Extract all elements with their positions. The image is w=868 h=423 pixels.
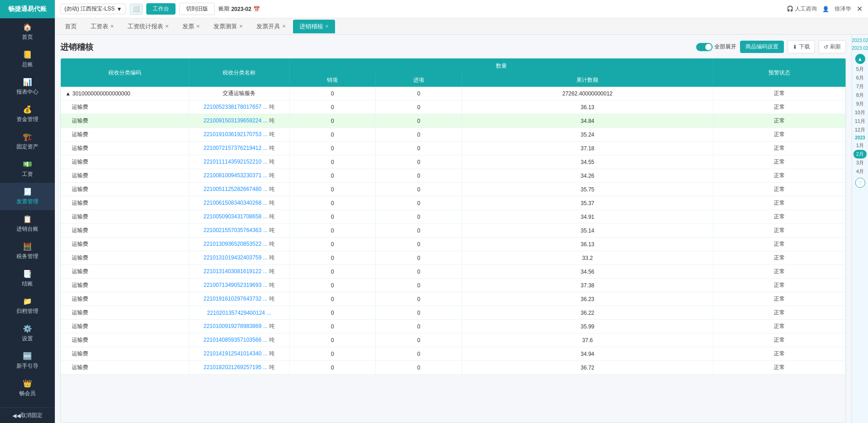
panel-month-7[interactable]: 7月 — [856, 82, 864, 91]
refresh-button[interactable]: ↺ 刷新 — [819, 40, 846, 53]
sidebar-label-fixed-assets: 固定资产 — [16, 143, 38, 151]
tab-close-salary-report[interactable]: ✕ — [165, 24, 169, 29]
row-invoice: 2210191036192170753 ... 吨 — [189, 128, 289, 142]
row-cumulative: 34.94 — [462, 347, 713, 361]
download-icon: ⬇ — [793, 44, 797, 50]
tab-invoice-calc[interactable]: 发票测算 ✕ — [207, 20, 249, 33]
row-sale: 0 — [289, 114, 376, 128]
row-sale: 0 — [289, 210, 376, 224]
panel-month-5[interactable]: 5月 — [856, 65, 864, 74]
row-code: 运输费 — [61, 320, 189, 333]
row-sale: 0 — [289, 333, 376, 347]
sidebar-item-settlement[interactable]: 📑结账 — [0, 265, 55, 292]
row-invoice: 2210131403081619122 ... 吨 — [189, 265, 289, 279]
row-cumulative: 35.99 — [462, 320, 713, 333]
row-purchase: 0 — [376, 292, 462, 306]
table-row: 运输费 2210201357429400124 ... 0 0 36.22 正常 — [61, 306, 846, 320]
tab-close-invoice[interactable]: ✕ — [196, 24, 200, 29]
row-status: 正常 — [713, 320, 845, 333]
app-logo: 畅捷通易代账 — [0, 0, 55, 18]
sidebar-item-salary[interactable]: 💵工资 — [0, 155, 55, 183]
panel-up-arrow[interactable]: ▲ — [855, 54, 865, 64]
expand-toggle[interactable] — [696, 43, 713, 51]
panel-year-2: 2023.02 — [852, 44, 868, 52]
sidebar-item-reports[interactable]: 📊报表中心 — [0, 73, 55, 100]
row-code: 运输费 — [61, 224, 189, 238]
topbar: (勿动) 江西报宝-LSS ▼ ⬜ 工作台 切到旧版 账期 2023-02 📅 … — [55, 0, 868, 18]
sidebar-item-archive[interactable]: 📁归档管理 — [0, 292, 55, 320]
tab-invoice[interactable]: 发票 ✕ — [176, 20, 206, 33]
tab-label-salary-report: 工资统计报表 — [128, 22, 163, 31]
sidebar-label-tax-mgmt: 税务管理 — [16, 253, 38, 260]
switch-version-button[interactable]: 切到旧版 — [179, 3, 215, 15]
sidebar-item-member[interactable]: 👑畅会员 — [0, 375, 55, 402]
sidebar-icon-reports: 📊 — [23, 78, 32, 86]
page-title: 进销稽核 — [60, 42, 93, 53]
panel-month-11[interactable]: 11月 — [855, 117, 865, 126]
panel-month-1[interactable]: 1月 — [856, 141, 864, 150]
tab-close-invoice-calc[interactable]: ✕ — [239, 24, 243, 29]
row-code: 运输费 — [61, 114, 189, 128]
panel-month-2[interactable]: 2月 — [853, 150, 867, 159]
company-selector[interactable]: (勿动) 江西报宝-LSS ▼ — [60, 4, 126, 14]
row-cumulative: 36.23 — [462, 292, 713, 306]
row-purchase: 0 — [376, 251, 462, 265]
tab-invoice-open[interactable]: 发票开具 ✕ — [250, 20, 292, 33]
sidebar-item-sales-desk[interactable]: 📋进销台账 — [0, 210, 55, 238]
tab-home[interactable]: 首页 — [59, 20, 83, 33]
row-status: 正常 — [713, 87, 845, 100]
unpin-button[interactable]: ◀◀ 取消固定 — [0, 407, 55, 423]
th-purchase: 进项 — [376, 74, 462, 87]
sidebar-item-fixed-assets[interactable]: 🏗️固定资产 — [0, 128, 55, 155]
panel-up-btn[interactable]: ▲ — [852, 52, 868, 65]
table-row: ▲ 3010000000000000000 交通运输服务 0 0 27262.4… — [61, 87, 846, 100]
page-area: 进销稽核 全部展开 商品编码设置 ⬇ 下载 ↺ 刷新 — [55, 35, 868, 423]
tab-close-invoice-open[interactable]: ✕ — [282, 24, 286, 29]
panel-month-6[interactable]: 6月 — [856, 74, 864, 82]
row-code: 运输费 — [61, 279, 189, 292]
row-invoice: 2210141912541014340 ... 吨 — [189, 347, 289, 361]
sidebar-item-guide[interactable]: 🆕新手引导 — [0, 347, 55, 375]
row-status: 正常 — [713, 361, 845, 375]
download-button[interactable]: ⬇ 下载 — [788, 40, 815, 53]
user-avatar: 👤 — [822, 6, 829, 12]
tab-label-home: 首页 — [65, 22, 77, 31]
sidebar-item-capital[interactable]: 💰资金管理 — [0, 100, 55, 128]
row-invoice: 2210201357429400124 ... — [189, 306, 289, 320]
row-status: 正常 — [713, 100, 845, 114]
tab-salary[interactable]: 工资表 ✕ — [84, 20, 120, 33]
tab-invoice-reconcile[interactable]: 进销稽核 ✕ — [293, 20, 335, 33]
panel-favorite-icon[interactable]: ♡ — [855, 178, 865, 188]
panel-month-4[interactable]: 4月 — [856, 167, 864, 176]
tab-close-invoice-reconcile[interactable]: ✕ — [325, 24, 329, 29]
sidebar-item-home[interactable]: 🏠首页 — [0, 18, 55, 46]
tab-close-salary[interactable]: ✕ — [110, 24, 114, 29]
panel-month-3[interactable]: 3月 — [856, 159, 864, 167]
row-cumulative: 34.26 — [462, 169, 713, 183]
settings-button[interactable]: 商品编码设置 — [740, 41, 784, 53]
sidebar-item-tax-mgmt[interactable]: 🧮税务管理 — [0, 238, 55, 265]
row-status: 正常 — [713, 333, 845, 347]
panel-month-10[interactable]: 10月 — [855, 108, 865, 117]
panel-month-8[interactable]: 8月 — [856, 91, 864, 100]
row-cumulative: 34.55 — [462, 155, 713, 169]
row-sale: 0 — [289, 224, 376, 238]
sidebar-icon-invoice-mgmt: 🧾 — [23, 187, 32, 196]
calendar-icon[interactable]: 📅 — [253, 6, 260, 12]
row-status: 正常 — [713, 238, 845, 251]
table-row: 运输费 2210131403081619122 ... 吨 0 0 34.56 … — [61, 265, 846, 279]
table-row: 运输费 2210072157376219412 ... 吨 0 0 37.18 … — [61, 142, 846, 155]
tab-salary-report[interactable]: 工资统计报表 ✕ — [121, 20, 175, 33]
workbench-button[interactable]: 工作台 — [146, 3, 176, 15]
help-button[interactable]: 🎧 人工咨询 — [787, 5, 817, 13]
sidebar-item-general-ledger[interactable]: 📒总账 — [0, 46, 55, 73]
sidebar-item-settings[interactable]: ⚙️设置 — [0, 320, 55, 347]
close-icon[interactable]: ✕ — [857, 5, 863, 13]
row-sale: 0 — [289, 196, 376, 210]
tabbar: 首页工资表 ✕工资统计报表 ✕发票 ✕发票测算 ✕发票开具 ✕进销稽核 ✕ — [55, 18, 868, 35]
panel-month-12[interactable]: 12月 — [855, 126, 865, 134]
panel-year-1: 2023.02 — [852, 37, 868, 44]
copy-icon[interactable]: ⬜ — [130, 4, 143, 15]
panel-month-9[interactable]: 9月 — [856, 100, 864, 108]
sidebar-item-invoice-mgmt[interactable]: 🧾发票管理 — [0, 183, 55, 210]
